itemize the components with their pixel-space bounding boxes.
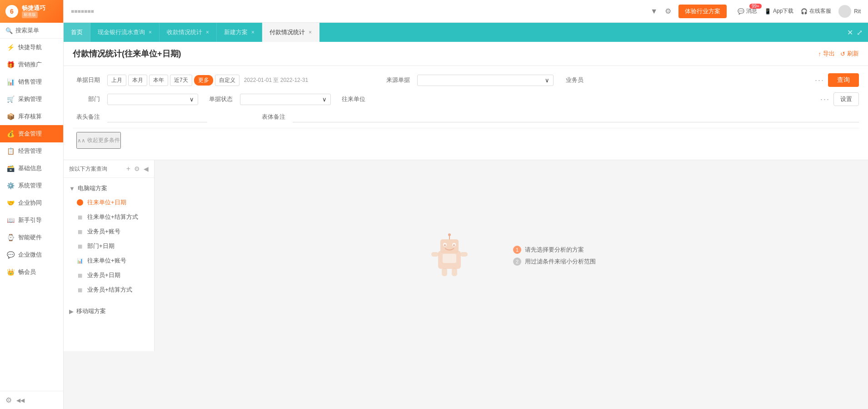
scheme-item-partner-date[interactable]: 往来单位+日期	[64, 195, 154, 210]
counter-party-dots[interactable]: ···	[820, 95, 830, 104]
breadcrumb: ■■■■■■■	[71, 8, 645, 15]
date-btn-last-month[interactable]: 上月	[107, 75, 126, 86]
scheme-item-dept-date[interactable]: ▦ 部门+日期	[64, 239, 154, 253]
left-scheme-panel: 按以下方案查询 + ⚙ ◀ ▼ 电脑端方案	[64, 160, 155, 351]
sidebar-item-system[interactable]: ⚙️ 系统管理	[0, 177, 63, 194]
export-button[interactable]: ↑ 导出	[818, 50, 835, 58]
settings-button[interactable]: 设置	[833, 92, 859, 106]
header-gear-icon[interactable]: ⚙	[665, 7, 671, 15]
collapse-button[interactable]: ∧∧ 收起更多条件	[76, 132, 121, 149]
basicinfo-label: 基础信息	[18, 164, 42, 172]
tab-newscheme-label: 新建方案	[224, 28, 248, 36]
app-download-label: App下载	[773, 7, 793, 15]
mobile-group-header[interactable]: ▶ 移动端方案	[64, 304, 154, 318]
date-range-display: 2022-01-01 至 2022-12-31	[244, 76, 308, 84]
user-area[interactable]: Rit	[838, 5, 861, 18]
quicknav-label: 快捷导航	[18, 43, 42, 51]
add-scheme-icon[interactable]: +	[126, 165, 130, 173]
service-icon: 🎧	[801, 8, 808, 15]
svg-point-4	[444, 244, 446, 246]
scheme-item-partner-account[interactable]: 📊 往来单位+账号	[64, 253, 154, 268]
purchase-label: 采购管理	[18, 95, 42, 103]
scheme-collapse-icon[interactable]: ◀	[144, 165, 149, 172]
page-content: 付款情况统计(往来单位+日期) ↑ 导出 ↺ 刷新 单据日期 上月	[64, 42, 868, 409]
hint-2-num: 2	[513, 258, 521, 266]
scheme-item-staff-account[interactable]: ▦ 业务员+账号	[64, 224, 154, 239]
svg-rect-12	[443, 254, 456, 263]
search-menu-label: 搜索菜单	[15, 26, 39, 35]
filter-row-3: 表头备注 表体备注	[73, 111, 859, 122]
sidebar-item-inventory[interactable]: 📦 库存核算	[0, 108, 63, 125]
tab-newscheme[interactable]: 新建方案 ×	[217, 23, 262, 42]
scheme-item-staff-settle[interactable]: ▦ 业务员+结算方式	[64, 283, 154, 297]
sidebar-item-capital[interactable]: 💰 资金管理	[0, 125, 63, 142]
tab-receipts[interactable]: 收款情况统计 ×	[160, 23, 217, 42]
purchase-icon: 🛒	[6, 95, 15, 103]
trial-button[interactable]: 体验行业方案	[678, 5, 727, 18]
date-btn-7days[interactable]: 近7天	[170, 75, 192, 86]
body-note-input[interactable]	[293, 111, 859, 122]
tab-payments-close[interactable]: ×	[309, 29, 312, 35]
sidebar-item-operation[interactable]: 📋 经营管理	[0, 142, 63, 160]
date-btn-more[interactable]: 更多	[194, 75, 213, 86]
sidebar-item-enterprise[interactable]: 🤝 企业协同	[0, 194, 63, 212]
left-panel-header: 按以下方案查询 + ⚙ ◀	[64, 160, 154, 178]
content-area: 按以下方案查询 + ⚙ ◀ ▼ 电脑端方案	[64, 160, 868, 351]
footer-settings-icon[interactable]: ⚙	[5, 396, 12, 404]
scheme-settings-icon[interactable]: ⚙	[134, 165, 140, 172]
online-service-btn[interactable]: 🎧 在线客服	[801, 7, 831, 15]
header-settings-icon[interactable]: ▼	[650, 7, 658, 15]
tab-home[interactable]: 首页	[64, 23, 90, 42]
avatar	[838, 5, 851, 18]
tab-receipts-label: 收款情况统计	[167, 28, 202, 36]
refresh-button[interactable]: ↺ 刷新	[840, 50, 859, 58]
header-note-input[interactable]	[107, 111, 207, 122]
sidebar-item-wechat[interactable]: 💬 企业微信	[0, 246, 63, 263]
tab-spacer	[319, 23, 842, 42]
tab-receipts-close[interactable]: ×	[206, 29, 209, 35]
scheme-item-staff-date[interactable]: ▦ 业务员+日期	[64, 268, 154, 283]
filter-row-2: 部门 ∨ 单据状态 ∨ 往来单位 ··· 设置	[73, 92, 859, 106]
tab-newscheme-close[interactable]: ×	[251, 29, 254, 35]
filter-panel: 单据日期 上月 本月 本年 近7天 更多 自定义 2022-01-01 至 20…	[64, 66, 868, 160]
sidebar-item-sales[interactable]: 📊 销售管理	[0, 73, 63, 91]
tab-payments[interactable]: 付款情况统计 ×	[262, 23, 319, 42]
basicinfo-icon: 🗃️	[6, 164, 15, 172]
app-download-btn[interactable]: 📱 App下载	[764, 7, 793, 15]
source-select[interactable]: ∨	[417, 75, 554, 86]
tab-close-all-icon[interactable]: ✕	[847, 28, 853, 37]
tab-expand-icon[interactable]: ⤢	[857, 28, 863, 37]
date-btn-this-month[interactable]: 本月	[128, 75, 147, 86]
search-menu-item[interactable]: 🔍 搜索菜单	[0, 23, 63, 39]
hardware-icon: ⌚	[6, 233, 15, 242]
date-btn-custom[interactable]: 自定义	[215, 75, 239, 86]
tab-cashflow[interactable]: 现金银行流水查询 ×	[90, 23, 160, 42]
desktop-group-header[interactable]: ▼ 电脑端方案	[64, 182, 154, 195]
doc-status-select[interactable]: ∨	[240, 94, 331, 105]
tab-payments-label: 付款情况统计	[269, 28, 305, 36]
messages-btn[interactable]: 💬 消息 99+	[738, 7, 757, 15]
sidebar-badge: 标准版	[22, 11, 38, 18]
svg-rect-1	[440, 239, 459, 253]
svg-rect-11	[452, 268, 457, 276]
hardware-label: 智能硬件	[18, 233, 42, 242]
source-label: 来源单据	[383, 76, 410, 84]
dept-select[interactable]: ∨	[107, 94, 198, 105]
query-button[interactable]: 查询	[828, 73, 859, 87]
sidebar-item-marketing[interactable]: 🎁 营销推广	[0, 56, 63, 73]
footer-collapse-icon[interactable]: ◀◀	[16, 397, 25, 404]
scheme-chart-icon: 📊	[76, 257, 84, 264]
tab-home-label: 首页	[71, 28, 83, 36]
salesperson-dots[interactable]: ···	[815, 76, 824, 85]
sidebar-item-hardware[interactable]: ⌚ 智能硬件	[0, 229, 63, 246]
date-btn-this-year[interactable]: 本年	[149, 75, 168, 86]
sidebar-item-quicknav[interactable]: ⚡ 快捷导航	[0, 39, 63, 56]
sidebar-item-guide[interactable]: 📖 新手引导	[0, 212, 63, 229]
tab-cashflow-label: 现金银行流水查询	[98, 28, 145, 36]
breadcrumb-blurred: ■■■■■■■	[71, 8, 94, 15]
sidebar-item-purchase[interactable]: 🛒 采购管理	[0, 91, 63, 108]
scheme-item-partner-settle[interactable]: ▦ 往来单位+结算方式	[64, 210, 154, 224]
sidebar-item-member[interactable]: 👑 畅会员	[0, 263, 63, 281]
sidebar-item-basicinfo[interactable]: 🗃️ 基础信息	[0, 160, 63, 177]
tab-cashflow-close[interactable]: ×	[149, 29, 152, 35]
